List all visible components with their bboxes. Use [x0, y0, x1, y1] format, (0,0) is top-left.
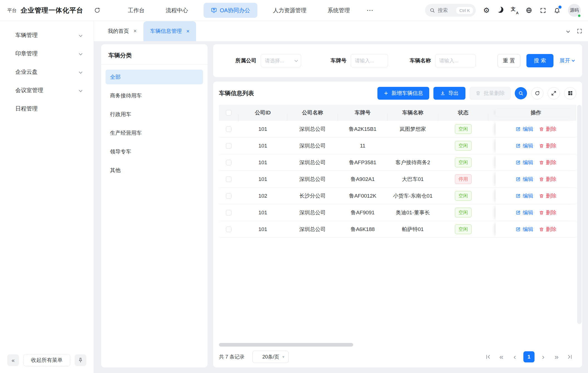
cell-vehicle-name: 小货车-东南仓01 — [387, 188, 438, 204]
status-badge: 停用 — [455, 174, 472, 184]
gear-icon[interactable]: ⚙ — [483, 6, 490, 15]
collapse-all-menus-button[interactable]: 收起所有菜单 — [23, 354, 70, 366]
batch-delete-button[interactable]: 批量删除 — [470, 87, 511, 100]
content-fullscreen-icon[interactable] — [577, 28, 582, 34]
category-item-all[interactable]: 全部 — [106, 70, 203, 84]
tab-my-home[interactable]: 我的首页× — [101, 21, 143, 41]
row-checkbox[interactable] — [226, 227, 231, 232]
delete-button[interactable]: 删除 — [539, 209, 557, 216]
sidebar-item-vehicle-mgmt[interactable]: 车辆管理 — [0, 26, 94, 44]
row-checkbox[interactable] — [226, 126, 231, 132]
nav-item-system[interactable]: 系统管理 — [317, 0, 360, 21]
edit-button[interactable]: 编辑 — [516, 126, 533, 133]
delete-button[interactable]: 删除 — [539, 176, 557, 183]
cell-company-id: 101 — [238, 221, 287, 237]
edit-button[interactable]: 编辑 — [516, 226, 533, 233]
prev-group-button[interactable]: « — [497, 352, 506, 362]
table-refresh-button[interactable] — [531, 87, 543, 99]
cell-company-name: 深圳总公司 — [287, 138, 338, 154]
delete-button[interactable]: 删除 — [539, 226, 557, 233]
edit-button[interactable]: 编辑 — [516, 159, 533, 166]
column-settings-button[interactable] — [564, 87, 576, 99]
delete-button[interactable]: 删除 — [539, 159, 557, 166]
sidebar-item-cloud-disk[interactable]: 企业云盘 — [0, 63, 94, 81]
cell-vehicle-name: 客户接待商务2 — [387, 154, 438, 171]
company-select[interactable]: 请选择... — [261, 54, 301, 67]
edit-icon — [516, 227, 521, 232]
prev-page-button[interactable]: ‹ — [510, 352, 519, 362]
edit-button[interactable]: 编辑 — [516, 209, 533, 216]
nav-item-hr[interactable]: 人力资源管理 — [262, 0, 317, 21]
category-item-administrative[interactable]: 行政用车 — [106, 107, 203, 122]
nav-item-process-center[interactable]: 流程中心 — [155, 0, 199, 21]
globe-icon[interactable] — [526, 7, 532, 14]
current-page[interactable]: 1 — [523, 351, 535, 362]
category-item-production[interactable]: 生产经营用车 — [106, 126, 203, 140]
search-button[interactable]: 搜 索 — [526, 54, 553, 67]
sidebar-item-meeting-room[interactable]: 会议室管理 — [0, 81, 94, 99]
trash-icon — [539, 177, 544, 182]
row-checkbox[interactable] — [226, 210, 231, 215]
row-checkbox[interactable] — [226, 143, 231, 149]
next-group-button[interactable]: » — [552, 352, 561, 362]
edit-button[interactable]: 编辑 — [516, 142, 533, 149]
reset-button[interactable]: 重 置 — [497, 54, 520, 67]
expand-filters-link[interactable]: 展开 — [560, 57, 574, 64]
last-page-button[interactable] — [565, 352, 575, 362]
category-item-other[interactable]: 其他 — [106, 163, 203, 178]
delete-button[interactable]: 删除 — [539, 126, 557, 133]
vehicle-category-panel: 车辆分类 全部 商务接待用车 行政用车 生产经营用车 领导专车 其他 — [101, 44, 208, 367]
chevron-down-icon — [572, 58, 575, 62]
row-checkbox[interactable] — [226, 193, 231, 199]
nav-item-oa-office[interactable]: OA协同办公 — [204, 3, 257, 18]
export-button[interactable]: 导出 — [433, 87, 465, 100]
brand: 平台 企业管理一体化平台 — [7, 6, 83, 15]
collapse-sidebar-button[interactable]: « — [7, 354, 19, 366]
avatar[interactable]: 源码 — [568, 4, 581, 17]
table-empty-area — [219, 238, 576, 342]
category-item-business-reception[interactable]: 商务接待用车 — [106, 88, 203, 103]
row-checkbox[interactable] — [226, 160, 231, 165]
select-all-checkbox[interactable] — [226, 110, 231, 116]
row-checkbox[interactable] — [226, 176, 231, 182]
page-size-select[interactable]: 20条/页 ▾ — [252, 351, 289, 363]
table-search-button[interactable] — [515, 87, 527, 99]
horizontal-scrollbar-thumb[interactable] — [219, 343, 353, 347]
edit-button[interactable]: 编辑 — [516, 192, 533, 200]
edit-button[interactable]: 编辑 — [516, 176, 533, 183]
top-navigation: 工作台 流程中心 OA协同办公 人力资源管理 系统管理 ⋯ — [117, 0, 380, 21]
topbar-right: 搜索 Ctrl K ⚙ 文A 源码 — [425, 4, 581, 17]
delete-button[interactable]: 删除 — [539, 192, 557, 200]
cell-company-name: 深圳总公司 — [287, 154, 338, 171]
close-icon[interactable]: × — [186, 28, 190, 35]
first-page-button[interactable] — [483, 352, 493, 362]
global-search[interactable]: 搜索 Ctrl K — [425, 4, 476, 17]
more-icon[interactable]: ⋯ — [360, 6, 380, 14]
sidebar-item-schedule[interactable]: 日程管理 — [0, 99, 94, 118]
tabs-dropdown-icon[interactable] — [566, 29, 570, 33]
cell-plate: 11 — [338, 138, 387, 154]
vehicle-list-card: 车辆信息列表 新增车辆信息 导出 — [213, 82, 582, 367]
monitor-icon — [211, 7, 217, 13]
translate-icon[interactable]: 文A — [511, 7, 518, 14]
nav-item-workbench[interactable]: 工作台 — [117, 0, 155, 21]
tab-vehicle-info-mgmt[interactable]: 车辆信息管理× — [143, 21, 196, 41]
pin-icon[interactable] — [75, 354, 86, 366]
delete-button[interactable]: 删除 — [539, 142, 557, 149]
notification-bell-icon[interactable] — [554, 7, 560, 14]
dark-mode-icon[interactable] — [497, 7, 503, 14]
plate-input[interactable] — [351, 54, 388, 67]
category-item-leader[interactable]: 领导专车 — [106, 144, 203, 159]
column-header-plate: 车牌号 — [338, 109, 387, 116]
refresh-icon[interactable] — [94, 7, 101, 14]
next-page-button[interactable]: › — [538, 352, 548, 362]
sidebar-item-seal-mgmt[interactable]: 印章管理 — [0, 44, 94, 63]
vehicle-name-input[interactable] — [435, 54, 476, 67]
table-fullscreen-button[interactable] — [548, 87, 560, 99]
vertical-scrollbar[interactable] — [577, 105, 582, 324]
online-status-dot — [577, 14, 581, 18]
fullscreen-icon[interactable] — [540, 7, 546, 14]
add-vehicle-button[interactable]: 新增车辆信息 — [377, 87, 429, 100]
cell-company-id: 101 — [238, 204, 287, 221]
close-icon[interactable]: × — [133, 28, 137, 34]
